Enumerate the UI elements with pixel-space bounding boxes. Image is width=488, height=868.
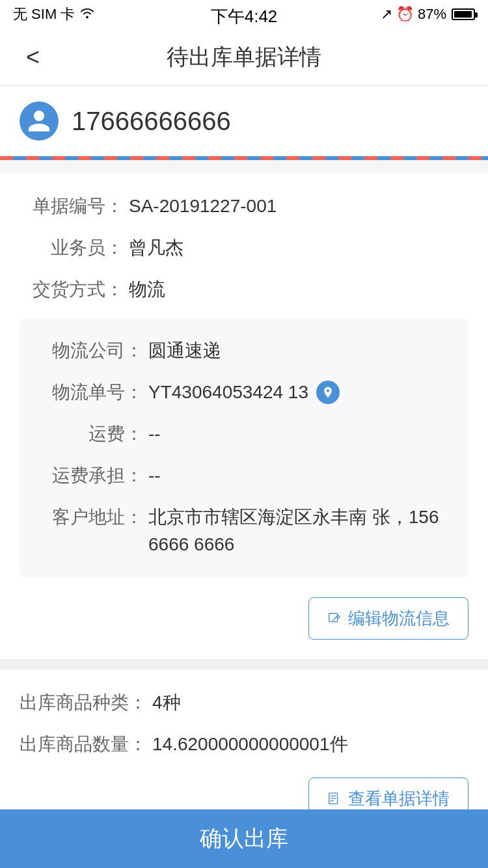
dashed-divider — [0, 156, 488, 160]
track-location-button[interactable] — [316, 381, 340, 404]
logistics-number-text: YT43064053424 13 — [148, 379, 308, 406]
logistics-company-row: 物流公司： 圆通速递 — [39, 337, 449, 364]
freight-bearer-label: 运费承担： — [39, 462, 143, 489]
confirm-button-wrapper: 确认出库 — [0, 809, 488, 868]
nav-bar: < 待出库单据详情 — [0, 29, 488, 86]
battery-icon — [452, 8, 475, 20]
section-divider — [0, 659, 488, 670]
goods-type-label: 出库商品种类： — [20, 689, 147, 716]
battery-label: 87% — [418, 6, 446, 23]
document-icon — [327, 792, 342, 806]
status-right: ↗ ⏰ 87% — [381, 6, 475, 23]
order-number-value: SA-20191227-001 — [129, 193, 468, 220]
freight-row: 运费： -- — [39, 420, 449, 448]
delivery-method-row: 交货方式： 物流 — [20, 276, 468, 303]
logistics-number-label: 物流单号： — [39, 379, 143, 406]
location-status-icon: ↗ — [381, 6, 392, 23]
view-details-label: 查看单据详情 — [348, 787, 450, 810]
logistics-company-value: 圆通速递 — [148, 337, 449, 364]
delivery-method-label: 交货方式： — [20, 276, 124, 303]
carrier-label: 无 SIM 卡 — [13, 5, 75, 24]
page-title: 待出库单据详情 — [167, 42, 321, 72]
goods-quantity-value: 14.620000000000001件 — [152, 731, 468, 758]
logistics-company-label: 物流公司： — [39, 337, 143, 364]
user-phone: 17666666666 — [72, 107, 231, 136]
logistics-number-value: YT43064053424 13 — [148, 379, 449, 406]
avatar — [20, 102, 59, 141]
delivery-method-value: 物流 — [129, 276, 468, 303]
back-button[interactable]: < — [20, 37, 46, 77]
location-pin-icon — [321, 386, 334, 399]
customer-address-row: 客户地址： 北京市市辖区海淀区永丰南 张，156 6666 6666 — [39, 504, 449, 558]
edit-logistics-wrapper: 编辑物流信息 — [20, 597, 468, 640]
status-left: 无 SIM 卡 — [13, 5, 94, 24]
customer-address-value: 北京市市辖区海淀区永丰南 张，156 6666 6666 — [148, 504, 449, 558]
freight-bearer-value: -- — [148, 462, 449, 489]
goods-quantity-label: 出库商品数量： — [20, 731, 147, 758]
alarm-icon: ⏰ — [396, 6, 414, 23]
order-number-row: 单据编号： SA-20191227-001 — [20, 193, 468, 220]
user-avatar-icon — [26, 108, 52, 134]
edit-logistics-label: 编辑物流信息 — [348, 607, 450, 630]
logistics-number-row: 物流单号： YT43064053424 13 — [39, 379, 449, 406]
salesperson-value: 曾凡杰 — [129, 234, 468, 262]
salesperson-row: 业务员： 曾凡杰 — [20, 234, 468, 262]
confirm-button-label: 确认出库 — [200, 824, 288, 854]
customer-address-label: 客户地址： — [39, 504, 143, 531]
basic-info-section: 单据编号： SA-20191227-001 业务员： 曾凡杰 交货方式： 物流 … — [0, 173, 488, 659]
edit-logistics-button[interactable]: 编辑物流信息 — [308, 597, 468, 640]
freight-bearer-row: 运费承担： -- — [39, 462, 449, 489]
order-number-label: 单据编号： — [20, 193, 124, 220]
freight-label: 运费： — [39, 420, 143, 448]
wifi-icon — [80, 6, 94, 23]
salesperson-label: 业务员： — [20, 234, 124, 262]
confirm-outbound-button[interactable]: 确认出库 — [0, 809, 488, 868]
status-time: 下午4:42 — [211, 5, 278, 28]
freight-value: -- — [148, 420, 449, 448]
goods-quantity-row: 出库商品数量： 14.620000000000001件 — [20, 731, 468, 758]
logistics-card: 物流公司： 圆通速递 物流单号： YT43064053424 13 运费： -- — [20, 318, 468, 578]
user-header: 17666666666 — [0, 86, 488, 156]
status-bar: 无 SIM 卡 下午4:42 ↗ ⏰ 87% — [0, 0, 488, 29]
goods-type-value: 4种 — [152, 689, 468, 716]
edit-icon — [327, 612, 342, 626]
goods-type-row: 出库商品种类： 4种 — [20, 689, 468, 716]
